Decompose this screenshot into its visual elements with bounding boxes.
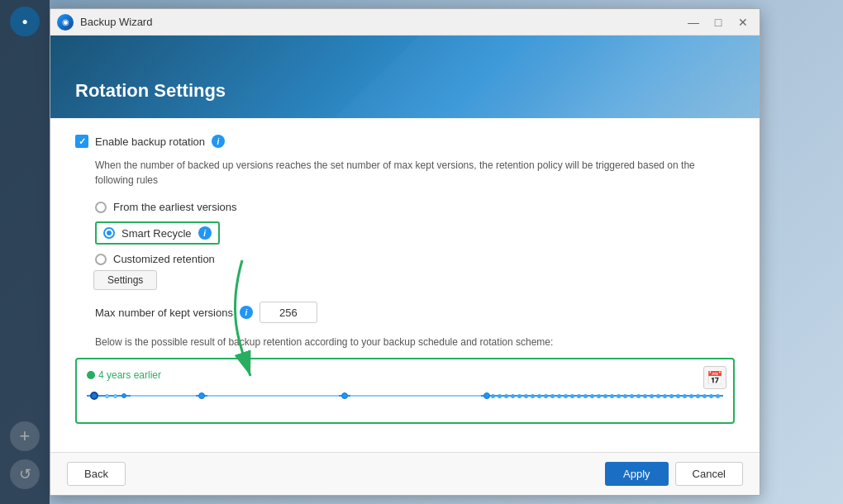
radio-smart-input[interactable] (103, 227, 115, 239)
app-icon: ◉ (57, 14, 74, 31)
timeline-track[interactable] (87, 388, 723, 404)
backup-wizard-window: ◉ Backup Wizard — □ ✕ Rotation Settings … (50, 8, 760, 496)
maximize-button[interactable]: □ (708, 12, 728, 32)
timeline-description: Below is the possible result of backup r… (95, 335, 735, 349)
max-versions-input[interactable] (260, 302, 317, 323)
taskbar: ● + ↺ (0, 0, 50, 504)
window-title: Backup Wizard (80, 16, 152, 28)
wizard-footer: Back Apply Cancel (50, 452, 760, 495)
max-versions-label: Max number of kept versions (95, 307, 233, 319)
radio-custom-label: Customized retention (113, 253, 215, 265)
settings-button[interactable]: Settings (93, 270, 157, 290)
title-bar-controls: — □ ✕ (683, 12, 753, 32)
calendar-button[interactable]: 📅 (703, 366, 726, 389)
max-versions-info-icon[interactable]: i (240, 306, 253, 319)
wizard-banner: Rotation Settings (50, 36, 760, 118)
radio-custom-input[interactable] (95, 254, 107, 265)
desktop: ● + ↺ ◉ Backup Wizard — □ ✕ Rotation Set… (0, 0, 843, 504)
taskbar-app-icon[interactable]: ● (10, 7, 40, 36)
page-title: Rotation Settings (75, 80, 226, 102)
footer-right: Apply Cancel (605, 462, 743, 486)
timeline-dots (87, 392, 723, 400)
timeline-container: 📅 4 years earlier (75, 358, 735, 424)
enable-backup-rotation-checkbox[interactable] (75, 135, 88, 148)
title-bar-left: ◉ Backup Wizard (57, 14, 152, 31)
rotation-description: When the number of backed up versions re… (95, 158, 735, 188)
timeline-start-dot (87, 371, 95, 379)
wizard-content: Enable backup rotation i When the number… (50, 118, 760, 452)
back-button[interactable]: Back (67, 462, 126, 486)
timeline-years-label: 4 years earlier (87, 369, 723, 381)
enable-backup-rotation-row: Enable backup rotation i (75, 135, 735, 148)
title-bar: ◉ Backup Wizard — □ ✕ (50, 9, 760, 36)
smart-recycle-info-icon[interactable]: i (198, 226, 212, 240)
close-button[interactable]: ✕ (733, 12, 753, 32)
timeline-node-start (90, 392, 98, 400)
history-button[interactable]: ↺ (10, 459, 40, 489)
add-widget-button[interactable]: + (10, 421, 40, 451)
radio-earliest-label: From the earliest versions (113, 201, 237, 213)
minimize-button[interactable]: — (683, 12, 703, 32)
cancel-button[interactable]: Cancel (675, 462, 743, 486)
radio-earliest-row: From the earliest versions (95, 201, 735, 213)
max-versions-row: Max number of kept versions i (95, 302, 735, 323)
rotation-mode-radio-group: From the earliest versions Smart Recycle… (95, 201, 735, 265)
radio-smart-label: Smart Recycle (121, 227, 192, 240)
radio-earliest-input[interactable] (95, 202, 107, 213)
radio-custom-row: Customized retention (95, 253, 735, 265)
radio-smart-row: Smart Recycle i (95, 221, 735, 245)
timeline-node (105, 394, 109, 398)
enable-info-icon[interactable]: i (212, 135, 225, 148)
smart-recycle-highlight-box: Smart Recycle i (95, 221, 220, 245)
footer-left: Back (67, 462, 126, 486)
enable-backup-rotation-label: Enable backup rotation (95, 136, 205, 148)
apply-button[interactable]: Apply (605, 462, 669, 486)
